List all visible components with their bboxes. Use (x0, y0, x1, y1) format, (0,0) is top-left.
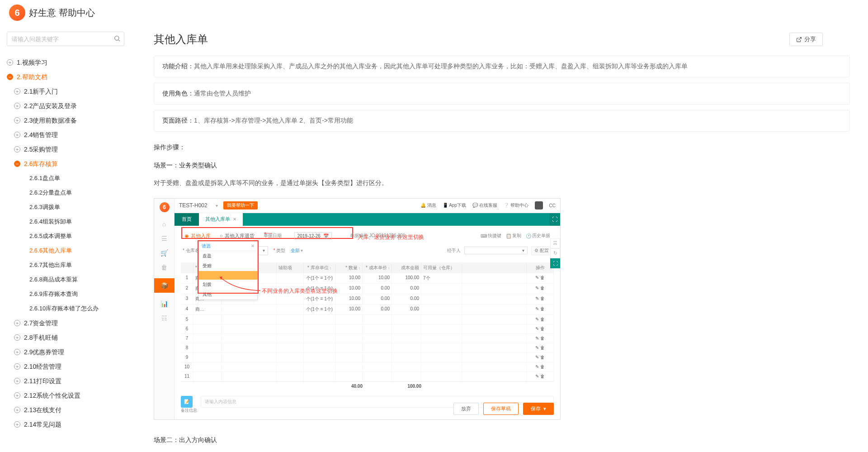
mock-cancel-button: 放弃 (453, 403, 479, 415)
scene-1-title: 场景一：业务类型确认 (154, 159, 850, 171)
nav-2-6-10[interactable]: 2.6.10库存账本错了怎么办 (7, 301, 124, 316)
mock-overflow-link: 全部 ▾ (291, 247, 303, 254)
mock-download-link: 📱 App下载 (443, 202, 466, 209)
trash-icon: 🗑 (161, 264, 167, 271)
mock-doc-no: 单据编号 JC-20191226-001 (350, 233, 406, 239)
scene-1-text: 对于受赠、盘盈或是拆装入库等不同的业务，是通过单据头【业务类型】进行区分。 (154, 177, 850, 189)
chevron-down-icon: ▾ (216, 203, 218, 208)
svg-point-0 (115, 36, 119, 40)
calendar-icon: 📅 (323, 233, 329, 238)
nav-2-11[interactable]: +2.11打印设置 (7, 374, 124, 388)
scene-2-title: 场景二：出入方向确认 (154, 433, 850, 446)
mock-radio-in: 其他入库 (184, 233, 211, 239)
share-icon (796, 37, 802, 43)
brand[interactable]: 6 好生意 帮助中心 (9, 5, 95, 21)
mock-dd-option: 受赠 (199, 261, 257, 271)
search-wrap (7, 32, 124, 46)
mock-history-link: 🕐 历史单据 (526, 233, 550, 239)
nav-tree: +1.视频学习 −2.帮助文档 +2.1新手入门 +2.2产品安装及登录 +2.… (7, 55, 124, 432)
share-button[interactable]: 分享 (789, 33, 823, 46)
plus-icon: + (14, 146, 20, 152)
nav-2-9[interactable]: +2.9优惠券管理 (7, 345, 124, 359)
mock-radio-out: 其他入库退货 (220, 233, 255, 239)
right-tab-icon: ↻ (550, 248, 560, 258)
chevron-down-icon: ▾ (263, 248, 265, 253)
annotation-text-2: 不同业务的入库类型在这里切换 (262, 287, 338, 295)
chevron-down-icon: ▾ (522, 248, 524, 253)
mock-service-link: 💬 在线客服 (472, 202, 497, 209)
nav-2-7[interactable]: +2.7资金管理 (7, 316, 124, 330)
mock-save-button: 保存▾ (523, 403, 554, 415)
mock-logo-icon: 6 (160, 202, 170, 212)
nav-2-6[interactable]: −2.6库存核算 (7, 157, 124, 171)
chevron-down-icon: ▾ (543, 406, 546, 412)
mock-tab-home: 首页 (175, 213, 199, 226)
plus-icon: + (14, 363, 20, 370)
nav-2-6-9[interactable]: 2.6.9库存账本查询 (7, 287, 124, 301)
page-title: 其他入库单 (154, 32, 208, 47)
cart-icon: 🛒 (160, 249, 168, 257)
table-row: 6✎ 🗑 (181, 324, 554, 334)
nav-2-14[interactable]: +2.14常见问题 (7, 417, 124, 432)
plus-icon: + (14, 117, 20, 124)
nav-2-1[interactable]: +2.1新手入门 (7, 84, 124, 99)
doc-icon: ☰ (161, 235, 167, 242)
right-tab-icon: ☴ (550, 238, 560, 248)
mock-draft-button: 保存草稿 (483, 403, 519, 415)
close-icon: ✕ (233, 217, 236, 222)
nav-2-6-2[interactable]: 2.6.2分量盘点单 (7, 186, 124, 200)
minus-icon: − (14, 161, 20, 167)
plus-icon: + (14, 378, 20, 384)
mock-username: CC (549, 203, 556, 208)
nav-2-5[interactable]: +2.5采购管理 (7, 142, 124, 157)
mock-msg-link: 🔔 消息 (420, 202, 436, 209)
mock-helper-button: 我要帮助一下 (223, 201, 258, 209)
brand-title: 好生意 帮助中心 (29, 7, 95, 19)
mock-shortcut-link: ⌨ 快捷键 (481, 233, 501, 239)
nav-l1-video[interactable]: +1.视频学习 (7, 55, 124, 70)
nav-l1-docs[interactable]: −2.帮助文档 (7, 70, 124, 84)
archive-icon: 📦 (154, 278, 175, 293)
table-row: 9✎ 🗑 (181, 353, 554, 362)
nav-2-6-7[interactable]: 2.6.7其他出库单 (7, 258, 124, 272)
plus-icon: + (14, 88, 20, 95)
mock-account: TEST-H002 (179, 202, 208, 209)
table-row: 10✎ 🗑 (181, 362, 554, 372)
table-row: 11✎ 🗑 (181, 372, 554, 381)
table-row: 8✎ 🗑 (181, 343, 554, 353)
nav-2-12[interactable]: +2.12系统个性化设置 (7, 388, 124, 403)
plus-icon: + (7, 59, 13, 66)
plus-icon: + (14, 103, 20, 109)
brand-logo-icon: 6 (9, 5, 25, 21)
nav-2-10[interactable]: +2.10经营管理 (7, 359, 124, 374)
nav-2-6-8[interactable]: 2.6.8商品成本重算 (7, 272, 124, 287)
nav-2-8[interactable]: +2.8手机旺铺 (7, 330, 124, 345)
plus-icon: + (14, 392, 20, 399)
menu-icon: ☷ (161, 314, 167, 322)
mock-help-link: ❔ 帮助中心 (504, 202, 528, 209)
plus-icon: + (14, 421, 20, 428)
nav-2-4[interactable]: +2.4销售管理 (7, 128, 124, 142)
minus-icon: − (7, 74, 13, 80)
search-icon[interactable] (113, 35, 121, 43)
screenshot-mock: 6 ⌂ ☰ 🛒 🗑 📦 📊 ☷ TEST-H002 ▾ 我要帮助一下 🔔 消息 (154, 198, 561, 420)
nav-2-2[interactable]: +2.2产品安装及登录 (7, 99, 124, 113)
nav-2-3[interactable]: +2.3使用前数据准备 (7, 113, 124, 128)
mock-tabs: 首页 其他入库单✕ ⛶ (175, 213, 560, 226)
nav-2-13[interactable]: +2.13在线支付 (7, 403, 124, 417)
plus-icon: + (14, 407, 20, 413)
function-intro-card: 功能介绍：其他入库单用来处理除采购入库、产成品入库之外的其他入库业务，因此其他入… (154, 56, 850, 77)
nav-2-6-6[interactable]: 2.6.6其他入库单 (7, 243, 124, 258)
nav-2-6-5[interactable]: 2.6.5成本调整单 (7, 229, 124, 243)
nav-2-6-3[interactable]: 2.6.3调拨单 (7, 200, 124, 214)
right-tab-icon: ⛶ (550, 258, 560, 268)
ops-label: 操作步骤： (154, 141, 850, 153)
mock-config-button: ⚙ 配置 (531, 246, 552, 255)
search-input[interactable] (7, 32, 124, 46)
close-icon: ✕ (251, 243, 255, 248)
table-row: 7✎ 🗑 (181, 334, 554, 343)
nav-2-6-1[interactable]: 2.6.1盘点单 (7, 171, 124, 186)
home-icon: ⌂ (162, 220, 166, 228)
nav-2-6-4[interactable]: 2.6.4组装拆卸单 (7, 214, 124, 229)
table-row: 5✎ 🗑 (181, 315, 554, 324)
